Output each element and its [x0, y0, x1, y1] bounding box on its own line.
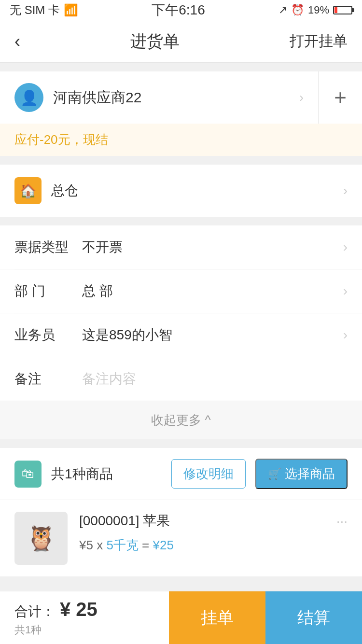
department-label: 部 门 [14, 282, 82, 300]
product-thumbnail: 🦉 [14, 512, 68, 565]
location-icon: ↗ [278, 4, 287, 16]
form-row-department[interactable]: 部 门 总 部 › [0, 269, 362, 313]
gap-2 [0, 156, 362, 165]
status-right: ↗ ⏰ 19% [278, 4, 352, 16]
products-header: 🛍 共1种商品 修改明细 🛒 选择商品 [0, 448, 362, 500]
product-more-button[interactable]: ··· [336, 512, 348, 529]
total-label: 合计： [14, 602, 55, 621]
invoice-type-value: 不开票 [82, 238, 343, 256]
products-count: 共1种商品 [51, 465, 162, 483]
salesperson-chevron-icon: › [343, 327, 348, 343]
settle-button[interactable]: 结算 [265, 591, 362, 644]
collapse-bar[interactable]: 收起更多 ^ [0, 401, 362, 439]
form-row-salesperson[interactable]: 业务员 这是859的小智 › [0, 313, 362, 357]
remark-placeholder: 备注内容 [82, 370, 348, 388]
status-left: 无 SIM 卡 📶 [10, 2, 78, 18]
supplier-name: 河南供应商22 [53, 88, 290, 108]
warehouse-chevron-icon: › [343, 183, 348, 198]
hang-button[interactable]: 挂单 [169, 591, 265, 644]
status-time: 下午6:16 [152, 1, 205, 19]
add-supplier-button[interactable]: + [319, 71, 362, 124]
warehouse-name: 总仓 [51, 182, 334, 200]
warehouse-icon: 🏠 [20, 183, 37, 199]
product-code: [0000001] [79, 513, 143, 528]
wifi-icon: 📶 [64, 3, 78, 17]
carrier-text: 无 SIM 卡 [10, 2, 60, 18]
warehouse-row[interactable]: 🏠 总仓 › [0, 165, 362, 217]
invoice-type-label: 票据类型 [14, 238, 82, 256]
alarm-icon: ⏰ [291, 4, 304, 16]
department-value: 总 部 [82, 282, 343, 300]
status-bar: 无 SIM 卡 📶 下午6:16 ↗ ⏰ 19% [0, 0, 362, 20]
collapse-label: 收起更多 ^ [151, 412, 210, 429]
supplier-row[interactable]: 👤 河南供应商22 › [0, 71, 318, 124]
form-row-invoice[interactable]: 票据类型 不开票 › [0, 225, 362, 269]
equals: = [139, 538, 153, 552]
modify-detail-button[interactable]: 修改明细 [171, 459, 246, 489]
invoice-chevron-icon: › [343, 239, 348, 255]
select-product-label: 选择商品 [285, 465, 335, 482]
supplier-avatar-icon: 👤 [20, 89, 38, 106]
supplier-avatar: 👤 [14, 83, 43, 112]
product-info: [0000001] 苹果 ¥5 x 5千克 = ¥25 [79, 512, 325, 554]
remark-label: 备注 [14, 370, 82, 388]
page-title: 进货单 [130, 30, 180, 53]
product-price-line: ¥5 x 5千克 = ¥25 [79, 537, 325, 554]
product-name: [0000001] 苹果 [79, 512, 325, 530]
products-icon-bg: 🛍 [14, 461, 42, 488]
form-row-remark[interactable]: 备注 备注内容 [0, 357, 362, 401]
salesperson-value: 这是859的小智 [82, 326, 343, 344]
notice-bar: 应付-20元，现结 [0, 124, 362, 156]
battery-percent: 19% [308, 4, 329, 16]
bottom-bar: 合计： ¥ 25 共1种 挂单 结算 [0, 591, 362, 644]
products-icon: 🛍 [22, 466, 34, 481]
total-section: 合计： ¥ 25 共1种 [0, 591, 169, 644]
salesperson-label: 业务员 [14, 326, 82, 344]
gap-1 [0, 63, 362, 71]
warehouse-icon-bg: 🏠 [14, 177, 42, 204]
supplier-section: 👤 河南供应商22 › + [0, 71, 362, 124]
total-sub: 共1种 [14, 623, 154, 637]
total-amount: ¥ 25 [60, 599, 97, 620]
nav-bar: ‹ 进货单 打开挂单 [0, 20, 362, 63]
notice-text: 应付-20元，现结 [14, 132, 108, 147]
back-button[interactable]: ‹ [14, 31, 20, 52]
quantity: 5千克 [106, 538, 138, 552]
product-title: 苹果 [143, 513, 170, 528]
gap-4 [0, 439, 362, 448]
unit-price: ¥5 x [79, 538, 106, 552]
department-chevron-icon: › [343, 283, 348, 299]
supplier-chevron-icon: › [299, 90, 304, 105]
line-total: ¥25 [153, 538, 173, 552]
cart-icon: 🛒 [268, 468, 281, 480]
owl-icon: 🦉 [26, 524, 56, 552]
open-hang-button[interactable]: 打开挂单 [290, 31, 348, 51]
gap-3 [0, 217, 362, 225]
select-product-button[interactable]: 🛒 选择商品 [255, 459, 348, 489]
product-item: 🦉 [0000001] 苹果 ¥5 x 5千克 = ¥25 ··· [0, 500, 362, 576]
battery-icon [333, 6, 352, 14]
